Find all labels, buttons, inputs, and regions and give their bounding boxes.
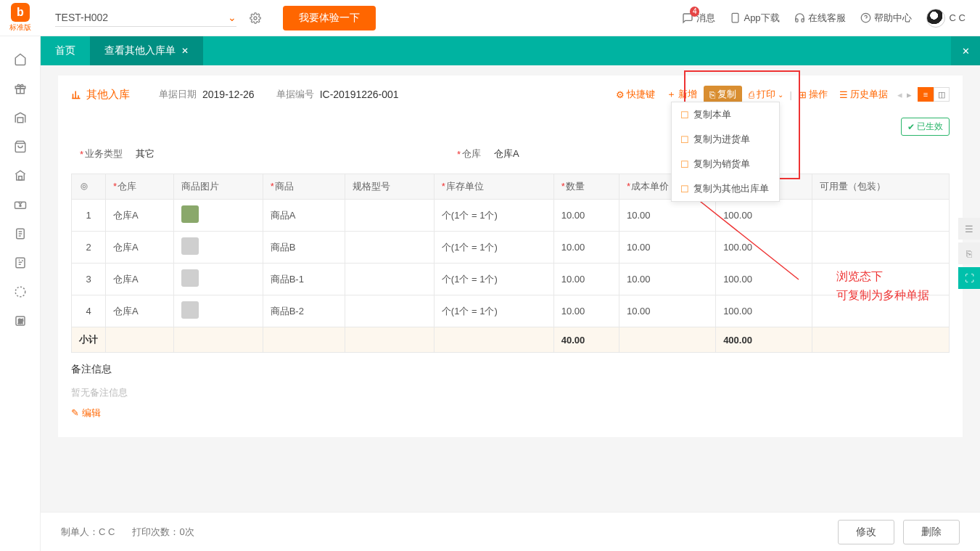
print-action[interactable]: ⎙打印⌄ — [744, 86, 788, 103]
footer-bar: 制单人：C C 打印次数：0次 修改 删除 — [41, 512, 980, 551]
cell-available — [812, 200, 950, 232]
table-row[interactable]: 4仓库A商品B-2个(1个 = 1个)10.0010.00100.00 — [72, 295, 950, 327]
cell-spec — [345, 264, 434, 295]
cell-warehouse: 仓库A — [106, 200, 174, 232]
sidebar-inventory-icon[interactable] — [0, 161, 41, 190]
delete-button[interactable]: 删除 — [903, 520, 960, 544]
cell-product: 商品B-1 — [263, 264, 345, 295]
sidebar-home-icon[interactable] — [0, 45, 41, 74]
product-thumb-icon — [181, 301, 199, 319]
copy-menu-item-2[interactable]: ☐复制为销货单 — [672, 152, 779, 176]
sidebar-finance-icon[interactable] — [0, 190, 41, 219]
operate-action[interactable]: ⊞操作 — [794, 86, 833, 103]
tool-expand-icon[interactable]: ⛶ — [958, 267, 980, 289]
cell-cost-amount: 100.00 — [716, 264, 812, 295]
copy-menu-item-0[interactable]: ☐复制本单 — [672, 102, 779, 127]
sidebar-clipboard-icon[interactable] — [0, 219, 41, 248]
table-row[interactable]: 1仓库A商品A个(1个 = 1个)10.0010.00100.00 — [72, 200, 950, 232]
prev-icon[interactable]: ◂ — [897, 89, 902, 100]
svg-rect-1 — [733, 13, 739, 23]
copy-menu-item-1[interactable]: ☐复制为进货单 — [672, 127, 779, 152]
copy-menu-item-3[interactable]: ☐复制为其他出库单 — [672, 176, 779, 201]
right-tools: ☰ ⎘ ⛶ — [958, 218, 980, 292]
message-badge: 4 — [690, 7, 700, 17]
sidebar-new-icon[interactable]: 新 — [0, 306, 41, 335]
items-table: *仓库 商品图片 *商品 规格型号 *库存单位 *数量 *成本单价 *成本金额 … — [71, 174, 950, 353]
sidebar-bag-icon[interactable] — [0, 132, 41, 161]
product-thumb-icon — [181, 237, 199, 255]
warehouse-value: 仓库A — [494, 147, 519, 160]
doc-icon: ☐ — [680, 184, 689, 195]
cell-cost-amount: 100.00 — [716, 200, 812, 232]
row-index: 4 — [72, 295, 106, 327]
cell-product: 商品A — [263, 200, 345, 232]
svg-text:新: 新 — [17, 319, 22, 324]
sidebar-gift-icon[interactable] — [0, 74, 41, 103]
svg-point-22 — [83, 185, 86, 188]
user-menu[interactable]: C C — [926, 9, 965, 28]
serial-label: 单据编号 — [276, 88, 314, 101]
close-all-tabs[interactable]: ✕ — [951, 36, 980, 65]
table-row[interactable]: 2仓库A商品B个(1个 = 1个)10.0010.00100.00 — [72, 232, 950, 264]
app-logo[interactable]: b 标准版 — [0, 3, 41, 33]
logo-icon: b — [11, 3, 30, 22]
table-row[interactable]: 3仓库A商品B-1个(1个 = 1个)10.0010.00100.00 — [72, 264, 950, 295]
cell-qty: 10.00 — [553, 264, 619, 295]
table-settings-header[interactable] — [72, 174, 106, 200]
cell-qty: 10.00 — [553, 295, 619, 327]
tool-note-icon[interactable]: ☰ — [958, 218, 980, 240]
org-settings-icon[interactable] — [250, 12, 261, 24]
grid-view-toggle[interactable]: ◫ — [934, 87, 950, 102]
svg-point-15 — [15, 287, 25, 297]
plus-icon: ＋ — [667, 88, 676, 101]
tab-current[interactable]: 查看其他入库单 ✕ — [90, 36, 203, 65]
org-selector[interactable]: TEST-H002 ⌄ — [55, 9, 236, 27]
modify-button[interactable]: 修改 — [838, 520, 894, 544]
trial-button[interactable]: 我要体验一下 — [283, 6, 376, 30]
help-center-label: 帮助中心 — [874, 12, 912, 25]
add-action[interactable]: ＋新增 — [662, 86, 702, 103]
tab-home[interactable]: 首页 — [41, 36, 90, 65]
chevron-down-icon: ⌄ — [228, 12, 236, 23]
check-icon: ✔ — [907, 122, 915, 132]
online-service-link[interactable]: 在线客服 — [794, 12, 846, 25]
copy-action[interactable]: ⎘复制 — [704, 86, 742, 103]
cell-image — [173, 232, 263, 264]
close-icon[interactable]: ✕ — [181, 46, 189, 56]
next-icon[interactable]: ▸ — [907, 89, 912, 100]
row-index: 3 — [72, 264, 106, 295]
edit-remarks-link[interactable]: ✎编辑 — [71, 407, 101, 418]
cell-product: 商品B-2 — [263, 295, 345, 327]
cell-available — [812, 232, 950, 264]
app-download-link[interactable]: App下载 — [730, 12, 779, 25]
messages-link[interactable]: 4 消息 — [682, 12, 715, 25]
cell-cost-price: 10.00 — [619, 200, 715, 232]
help-center-link[interactable]: 帮助中心 — [860, 12, 912, 25]
remarks-title: 备注信息 — [71, 363, 950, 376]
edit-icon: ✎ — [71, 407, 79, 418]
list-view-toggle[interactable]: ≡ — [918, 87, 934, 102]
cell-qty: 10.00 — [553, 232, 619, 264]
sidebar-refresh-icon[interactable] — [0, 277, 41, 306]
shortcut-action[interactable]: ⚙快捷键 — [611, 86, 660, 103]
sidebar-report-icon[interactable] — [0, 248, 41, 277]
history-action[interactable]: ☰历史单据 — [834, 86, 893, 103]
sidebar-warehouse-icon[interactable] — [0, 103, 41, 132]
doc-type-tab[interactable]: 其他入库 — [71, 88, 130, 102]
sidebar-nav: 新 — [0, 36, 41, 551]
headset-icon — [794, 12, 805, 23]
tool-link-icon[interactable]: ⎘ — [958, 242, 980, 264]
date-label: 单据日期 — [159, 88, 197, 101]
warehouse-label: 仓库 — [462, 147, 481, 160]
edition-label: 标准版 — [9, 23, 31, 33]
product-thumb-icon — [181, 205, 199, 223]
print-count-info: 打印次数：0次 — [132, 526, 194, 539]
cell-warehouse: 仓库A — [106, 264, 174, 295]
cell-image — [173, 200, 263, 232]
cell-image — [173, 264, 263, 295]
phone-icon — [730, 12, 741, 23]
status-badge: ✔已生效 — [901, 118, 950, 136]
cell-qty: 10.00 — [553, 200, 619, 232]
help-icon — [860, 12, 871, 23]
date-value: 2019-12-26 — [202, 89, 255, 100]
